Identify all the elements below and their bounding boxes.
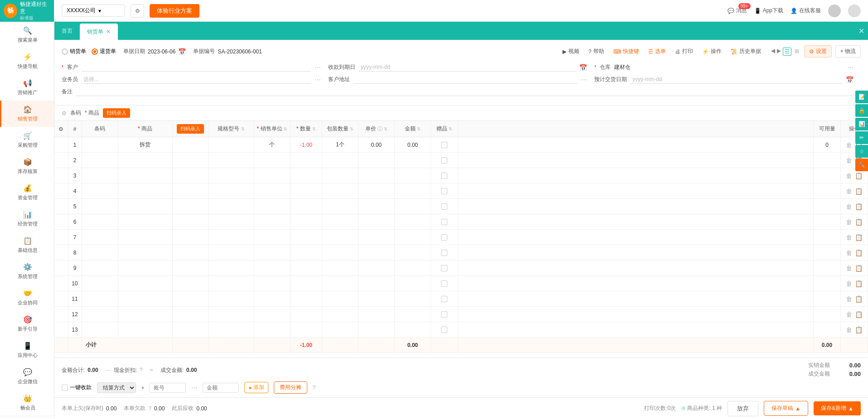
row-pkg[interactable]: 1个 bbox=[322, 137, 358, 153]
radio-return[interactable]: 退货单 bbox=[92, 48, 116, 55]
account-input[interactable] bbox=[150, 383, 186, 393]
sidebar-item-enterprise[interactable]: 🤝 企业协同 bbox=[0, 284, 54, 311]
delete-icon[interactable]: 🗑 bbox=[846, 141, 852, 149]
total-owe-help-icon[interactable]: ? bbox=[148, 405, 151, 412]
payment-date-input[interactable] bbox=[359, 63, 576, 72]
settlement-method-select[interactable]: 结算方式 bbox=[97, 382, 136, 393]
delete-icon[interactable]: 🗑 bbox=[846, 203, 852, 210]
row-spec[interactable] bbox=[209, 137, 254, 153]
date-value[interactable]: 2023-06-06 bbox=[148, 48, 175, 55]
delete-icon[interactable]: 🗑 bbox=[846, 249, 852, 256]
history-btn[interactable]: 📜 历史单据 bbox=[728, 47, 764, 56]
delete-icon[interactable]: 🗑 bbox=[846, 311, 852, 318]
one-click-payment-checkbox[interactable]: 一键收款 bbox=[62, 384, 92, 391]
operation-btn[interactable]: ⚡ 操作 bbox=[699, 47, 724, 56]
salesperson-dots-btn[interactable]: ··· bbox=[315, 76, 320, 83]
help-btn[interactable]: ? 帮助 bbox=[586, 47, 607, 56]
online-service-btn[interactable]: 👤 在线客服 bbox=[790, 7, 821, 14]
copy-icon[interactable]: 📋 bbox=[855, 326, 863, 333]
settings-gear-btn[interactable]: ⚙ bbox=[131, 4, 144, 18]
copy-icon[interactable]: 📋 bbox=[855, 188, 863, 195]
row-barcode[interactable] bbox=[82, 137, 118, 153]
logistics-btn[interactable]: + 物流 bbox=[835, 45, 861, 58]
grid-view-icon[interactable]: ⊞ bbox=[793, 48, 800, 56]
sidebar-item-inventory[interactable]: 📦 库存核算 bbox=[0, 153, 54, 179]
radio-sales[interactable]: 销货单 bbox=[62, 48, 86, 55]
list-view-icon[interactable]: ☰ bbox=[783, 48, 791, 56]
expense-split-btn[interactable]: 费用分摊 bbox=[274, 381, 307, 394]
sidebar-item-search[interactable]: 🔍 搜索菜单 bbox=[0, 22, 54, 48]
float-btn-2[interactable]: 🔒 bbox=[855, 104, 868, 117]
sidebar-item-purchase[interactable]: 🛒 采购管理 bbox=[0, 127, 54, 153]
sidebar-item-vip[interactable]: 👑 畅会员 bbox=[0, 390, 54, 416]
copy-icon[interactable]: 📋 bbox=[855, 172, 863, 179]
tab-close-icon[interactable]: ✕ bbox=[106, 29, 111, 35]
sidebar-item-system[interactable]: ⚙️ 系统管理 bbox=[0, 258, 54, 284]
delete-icon[interactable]: 🗑 bbox=[846, 326, 852, 333]
float-btn-4[interactable]: ✏ bbox=[855, 131, 868, 144]
notes-input[interactable] bbox=[76, 87, 853, 96]
row-price[interactable]: 0.00 bbox=[358, 137, 394, 153]
delete-icon[interactable]: 🗑 bbox=[846, 265, 852, 272]
row-gift[interactable] bbox=[431, 137, 458, 153]
video-btn[interactable]: ▶ 视频 bbox=[560, 47, 582, 56]
delete-icon[interactable]: 🗑 bbox=[846, 234, 852, 241]
app-download-btn[interactable]: 📱 App下载 bbox=[754, 7, 783, 14]
sidebar-item-sales[interactable]: 🏠 销售管理 bbox=[0, 101, 54, 127]
delete-icon[interactable]: 🗑 bbox=[846, 295, 852, 303]
copy-icon[interactable]: 📋 bbox=[855, 203, 863, 210]
order-settings-btn[interactable]: ⚙ 设置 bbox=[804, 45, 832, 58]
delete-icon[interactable]: 🗑 bbox=[846, 157, 852, 164]
row-amount[interactable]: 0.00 bbox=[394, 137, 431, 153]
row-qty[interactable]: -1.00 bbox=[290, 137, 322, 153]
sidebar-item-app-center[interactable]: 📱 应用中心 bbox=[0, 337, 54, 363]
sidebar-item-business[interactable]: 📊 经营管理 bbox=[0, 206, 54, 232]
float-btn-6[interactable]: 🔧 bbox=[855, 159, 868, 171]
copy-icon[interactable]: 📋 bbox=[855, 280, 863, 287]
row-unit[interactable]: 个 bbox=[254, 137, 290, 153]
th-scan[interactable]: 扫码录入 bbox=[172, 121, 209, 137]
row-product[interactable]: 拆货 bbox=[118, 137, 172, 153]
salesperson-input[interactable] bbox=[82, 75, 311, 84]
company-select[interactable]: XXXXX公司 ▾ bbox=[62, 5, 125, 17]
th-gear[interactable]: ⚙ bbox=[54, 121, 68, 137]
window-close-btn[interactable]: ✕ bbox=[858, 27, 864, 35]
shortcut-btn[interactable]: ⌨ 快捷键 bbox=[611, 47, 642, 56]
sidebar-item-weixin[interactable]: 💬 企业微信 bbox=[0, 363, 54, 390]
user-avatar2[interactable] bbox=[848, 5, 861, 17]
copy-icon[interactable]: 📋 bbox=[855, 218, 863, 226]
sidebar-item-guide[interactable]: 🎯 新手引导 bbox=[0, 311, 54, 337]
cash-discount-help-icon[interactable]: ? bbox=[140, 367, 143, 373]
scan-btn-header[interactable]: 扫码录入 bbox=[177, 124, 204, 134]
table-gear-icon[interactable]: ⚙ bbox=[62, 110, 67, 116]
print-btn[interactable]: 🖨 打印 bbox=[672, 47, 696, 56]
abandon-btn[interactable]: 放弃 bbox=[727, 401, 758, 416]
addr-dots-btn[interactable]: ··· bbox=[581, 76, 587, 83]
tab-sales-order[interactable]: 销货单 ✕ bbox=[80, 24, 118, 40]
expense-help-icon[interactable]: ? bbox=[313, 385, 316, 391]
customer-dots-btn[interactable]: ··· bbox=[315, 64, 320, 71]
customer-input[interactable] bbox=[82, 63, 311, 72]
sidebar-item-finance[interactable]: 💰 资金管理 bbox=[0, 179, 54, 206]
float-btn-5[interactable]: ☆ bbox=[855, 145, 868, 158]
nav-prev-icon[interactable]: ◀ bbox=[771, 48, 775, 56]
copy-icon[interactable]: 📋 bbox=[855, 311, 863, 318]
account-dots-btn[interactable]: ··· bbox=[191, 384, 197, 391]
sidebar-item-marketing[interactable]: 📢 营销推广 bbox=[0, 74, 54, 101]
sidebar-item-quick-nav[interactable]: ⚡ 快捷导航 bbox=[0, 48, 54, 74]
date-calendar-icon[interactable]: 📅 bbox=[178, 48, 186, 55]
expected-calendar-icon[interactable]: 📅 bbox=[846, 76, 853, 83]
user-avatar[interactable] bbox=[828, 5, 841, 17]
select-btn[interactable]: ☰ 选单 bbox=[645, 47, 669, 56]
copy-icon[interactable]: 📋 bbox=[855, 265, 863, 272]
delete-icon[interactable]: 🗑 bbox=[846, 218, 852, 226]
amount-input[interactable] bbox=[203, 383, 239, 393]
delete-icon[interactable]: 🗑 bbox=[846, 280, 852, 287]
add-payment-btn[interactable]: ● 添加 bbox=[244, 382, 268, 393]
table-container[interactable]: ⚙ # 条码 * 商品 扫码录入 规格型号 ⇅ bbox=[54, 121, 868, 357]
delete-icon[interactable]: 🗑 bbox=[846, 172, 852, 179]
message-btn[interactable]: 💬 消息 99+ bbox=[727, 7, 747, 14]
float-btn-3[interactable]: 📊 bbox=[855, 118, 868, 130]
warehouse-dots-btn[interactable]: ··· bbox=[848, 64, 853, 71]
expected-date-input[interactable] bbox=[630, 75, 842, 84]
